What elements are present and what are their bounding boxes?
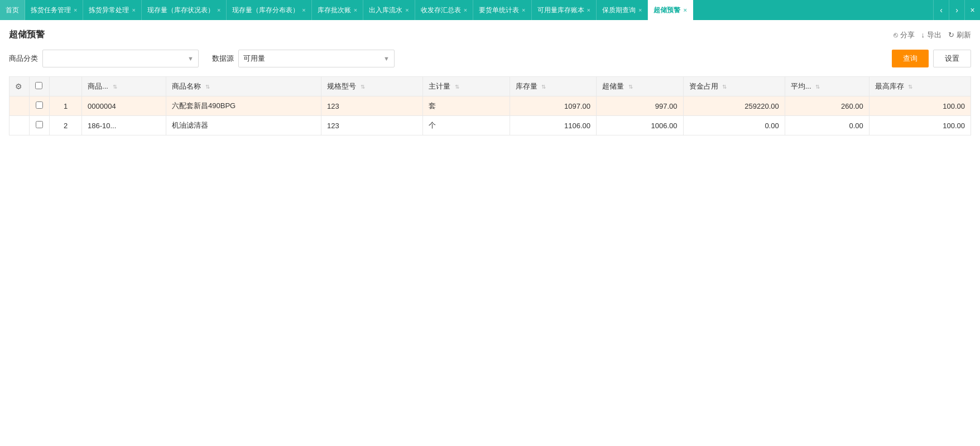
export-link[interactable]: ↓ 导出 — [921, 30, 942, 40]
export-icon: ↓ — [921, 31, 925, 39]
td-spec-0: 123 — [321, 96, 422, 116]
th-gear[interactable]: ⚙ — [9, 77, 30, 96]
top-nav: 首页 拣货任务管理 × 拣货异常处理 × 现存量（库存状况表） × 现存量（库存… — [0, 0, 980, 20]
table-head: ⚙ 商品... ⇅ 商品名称 ⇅ 规格型号 ⇅ — [9, 77, 971, 96]
close-inventory-status-tab[interactable]: × — [217, 7, 220, 13]
datasource-label: 数据源 — [212, 54, 234, 64]
filter-buttons: 查询 设置 — [892, 50, 971, 67]
th-name[interactable]: 商品名称 ⇅ — [166, 77, 321, 96]
th-checkbox[interactable] — [30, 77, 50, 96]
th-max[interactable]: 最高库存 ⇅ — [869, 77, 971, 96]
row-checkbox-0[interactable] — [36, 101, 43, 109]
td-gear-1 — [9, 116, 30, 135]
td-name-1: 机油滤清器 — [166, 116, 321, 135]
share-link[interactable]: ⎋ 分享 — [893, 30, 915, 40]
data-table: ⚙ 商品... ⇅ 商品名称 ⇅ 规格型号 ⇅ — [9, 76, 971, 135]
nav-tab-order-stat[interactable]: 要货单统计表 × — [473, 0, 531, 20]
refresh-icon: ↻ — [948, 31, 954, 39]
td-unit-1: 个 — [423, 116, 510, 135]
sort-capital-icon: ⇅ — [722, 84, 727, 90]
th-unit[interactable]: 主计量 ⇅ — [423, 77, 510, 96]
table-header-row: ⚙ 商品... ⇅ 商品名称 ⇅ 规格型号 ⇅ — [9, 77, 971, 96]
td-stock-1: 1106.00 — [510, 116, 596, 135]
close-inout-tab[interactable]: × — [405, 7, 409, 13]
datasource-filter-group: 数据源 可用量 ▼ — [212, 50, 395, 67]
category-filter-group: 商品分类 ▼ — [9, 50, 199, 67]
nav-tab-inout[interactable]: 出入库流水 × — [363, 0, 415, 20]
td-checkbox-0[interactable] — [30, 96, 50, 116]
nav-tab-overstock[interactable]: 超储预警 × — [648, 0, 693, 20]
th-overstock[interactable]: 超储量 ⇅ — [597, 77, 683, 96]
close-task-tab[interactable]: × — [74, 7, 77, 13]
close-inventory-dist-tab[interactable]: × — [302, 7, 305, 13]
td-avg-0: 260.00 — [785, 96, 869, 116]
nav-tab-abnormal[interactable]: 拣货异常处理 × — [83, 0, 141, 20]
nav-prev-btn[interactable]: ‹ — [933, 0, 949, 20]
select-all-checkbox[interactable] — [35, 82, 42, 89]
close-abnormal-tab[interactable]: × — [132, 7, 135, 13]
page-title: 超储预警 — [9, 29, 45, 41]
nav-next-btn[interactable]: › — [949, 0, 964, 20]
table-body: 1 0000004 六配套新昌490BPG 123 套 1097.00 997.… — [9, 96, 971, 135]
page-header: 超储预警 ⎋ 分享 ↓ 导出 ↻ 刷新 — [9, 29, 971, 41]
share-icon: ⎋ — [893, 31, 898, 39]
close-batch-tab[interactable]: × — [354, 7, 357, 13]
refresh-link[interactable]: ↻ 刷新 — [948, 30, 971, 40]
td-code-1: 186-10... — [82, 116, 166, 135]
category-label: 商品分类 — [9, 54, 38, 64]
close-quality-tab[interactable]: × — [638, 7, 642, 13]
category-select[interactable]: ▼ — [42, 50, 199, 67]
settings-button[interactable]: 设置 — [933, 50, 971, 67]
nav-close-btn[interactable]: × — [964, 0, 980, 20]
filter-area: 商品分类 ▼ 数据源 可用量 ▼ 查询 设置 — [9, 50, 971, 67]
close-order-stat-tab[interactable]: × — [522, 7, 525, 13]
query-button[interactable]: 查询 — [892, 50, 929, 67]
nav-tab-quality[interactable]: 保质期查询 × — [597, 0, 648, 20]
th-capital[interactable]: 资金占用 ⇅ — [683, 77, 785, 96]
nav-tab-usable[interactable]: 可用量库存账本 × — [532, 0, 597, 20]
td-overstock-1: 1006.00 — [597, 116, 683, 135]
nav-tab-task[interactable]: 拣货任务管理 × — [25, 0, 83, 20]
header-actions: ⎋ 分享 ↓ 导出 ↻ 刷新 — [893, 30, 972, 40]
table-row: 1 0000004 六配套新昌490BPG 123 套 1097.00 997.… — [9, 96, 971, 116]
sort-name-icon: ⇅ — [205, 84, 210, 90]
nav-tab-home[interactable]: 首页 — [0, 0, 25, 20]
td-max-0: 100.00 — [869, 96, 971, 116]
td-overstock-0: 997.00 — [597, 96, 683, 116]
datasource-select[interactable]: 可用量 ▼ — [238, 50, 395, 67]
td-gear-0 — [9, 96, 30, 116]
td-max-1: 100.00 — [869, 116, 971, 135]
td-num-0: 1 — [50, 96, 82, 116]
th-row-num — [50, 77, 82, 96]
td-name-0: 六配套新昌490BPG — [166, 96, 321, 116]
sort-overstock-icon: ⇅ — [628, 84, 633, 90]
close-collect-tab[interactable]: × — [464, 7, 467, 13]
td-spec-1: 123 — [321, 116, 422, 135]
sort-avg-icon: ⇅ — [815, 84, 820, 90]
td-stock-0: 1097.00 — [510, 96, 596, 116]
row-checkbox-1[interactable] — [36, 121, 43, 128]
close-overstock-tab[interactable]: × — [683, 7, 686, 13]
td-code-0: 0000004 — [82, 96, 166, 116]
datasource-value: 可用量 — [243, 54, 265, 64]
sort-code-icon: ⇅ — [113, 84, 117, 90]
th-avg[interactable]: 平均... ⇅ — [785, 77, 869, 96]
nav-tab-inventory-status[interactable]: 现存量（库存状况表） × — [142, 0, 227, 20]
nav-tab-inventory-dist[interactable]: 现存量（库存分布表） × — [227, 0, 311, 20]
th-code[interactable]: 商品... ⇅ — [82, 77, 166, 96]
sort-max-icon: ⇅ — [908, 84, 912, 90]
td-avg-1: 0.00 — [785, 116, 869, 135]
td-checkbox-1[interactable] — [30, 116, 50, 135]
datasource-chevron-icon: ▼ — [383, 55, 390, 62]
td-num-1: 2 — [50, 116, 82, 135]
page-content: 超储预警 ⎋ 分享 ↓ 导出 ↻ 刷新 商品分类 ▼ 数据源 — [0, 20, 980, 446]
close-usable-tab[interactable]: × — [587, 7, 590, 13]
sort-stock-icon: ⇅ — [541, 84, 546, 90]
nav-tab-batch[interactable]: 库存批次账 × — [312, 0, 363, 20]
th-stock[interactable]: 库存量 ⇅ — [510, 77, 596, 96]
table-row: 2 186-10... 机油滤清器 123 个 1106.00 1006.00 … — [9, 116, 971, 135]
gear-icon[interactable]: ⚙ — [15, 82, 22, 91]
th-spec[interactable]: 规格型号 ⇅ — [321, 77, 422, 96]
category-chevron-icon: ▼ — [188, 55, 194, 62]
nav-tab-collect[interactable]: 收发存汇总表 × — [415, 0, 473, 20]
